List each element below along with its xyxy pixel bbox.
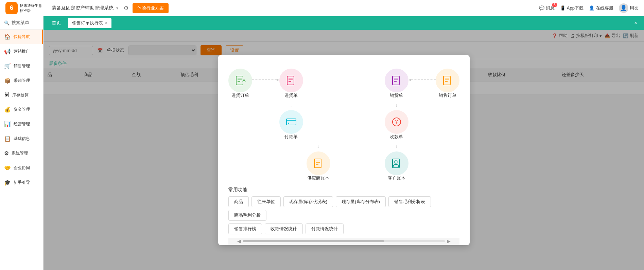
- sidebar-item-quick-nav[interactable]: 🏠 快捷导航: [0, 30, 43, 44]
- settings-icon[interactable]: ⚙: [124, 5, 128, 11]
- scroll-bar: ◀ ▶: [228, 238, 459, 245]
- try-button[interactable]: 体验行业方案: [133, 3, 169, 13]
- sales-bill-node[interactable]: 销货单: [385, 69, 408, 98]
- system-icon: ⚙: [4, 150, 9, 157]
- sidebar-item-sales[interactable]: 🛒 销售管理: [0, 59, 43, 73]
- receipt-bill-icon: ¥: [385, 110, 408, 134]
- dropdown-icon[interactable]: ▾: [116, 6, 118, 11]
- message-badge: 5: [552, 3, 557, 7]
- sidebar-item-finance[interactable]: 💰 资金管理: [0, 102, 43, 117]
- svg-rect-22: [314, 160, 315, 167]
- sidebar-item-enterprise[interactable]: 🤝 企业协同: [0, 161, 43, 175]
- message-icon: 💬: [539, 5, 544, 11]
- user-area[interactable]: 👤 用友: [619, 3, 639, 13]
- sidebar-label-enterprise: 企业协同: [14, 165, 30, 171]
- sidebar-label-system: 系统管理: [12, 150, 28, 156]
- sidebar-item-operations[interactable]: 📊 经营管理: [0, 117, 43, 131]
- svg-rect-21: [314, 159, 321, 168]
- func-btn-product[interactable]: 商品: [228, 196, 249, 207]
- sales-order-label: 销售订单: [439, 92, 456, 98]
- receipt-bill-node[interactable]: ¥ 收款单: [385, 110, 408, 140]
- search-menu-item[interactable]: 🔍 搜索菜单: [0, 16, 43, 30]
- download-icon: 📱: [560, 5, 565, 11]
- svg-rect-16: [286, 119, 296, 125]
- tab-sales-label: 销售订单执行表: [72, 20, 103, 26]
- supplier-ledger-node[interactable]: 供应商账本: [307, 151, 330, 181]
- marketing-icon: 📢: [4, 48, 11, 55]
- newbie-icon: 🎓: [4, 179, 11, 186]
- sidebar-item-inventory[interactable]: 🗄 库存核算: [0, 88, 43, 102]
- window-close-icon[interactable]: ×: [630, 20, 641, 26]
- avatar: 👤: [619, 3, 628, 13]
- basic-info-icon: 📋: [4, 136, 11, 142]
- sidebar-item-system[interactable]: ⚙ 系统管理: [0, 146, 43, 161]
- down-arrow-payment: ↓: [307, 143, 330, 150]
- func-btn-stock-status[interactable]: 现存量(库存状况表): [283, 196, 333, 207]
- sidebar-label-finance: 资金管理: [14, 107, 30, 112]
- sales-order-node[interactable]: 销售订单: [436, 69, 459, 98]
- svg-point-27: [395, 161, 397, 163]
- online-service-button[interactable]: 👤 在线客服: [589, 5, 613, 11]
- payment-bill-icon: [279, 110, 303, 134]
- sidebar-label-newbie: 新手引导: [14, 180, 30, 185]
- tab-close-icon[interactable]: ×: [105, 21, 107, 25]
- func-btn-sales-profit[interactable]: 销售毛利分析表: [388, 196, 431, 207]
- down-arrow-purchase: ↓: [279, 101, 303, 109]
- common-func-title: 常用功能: [228, 187, 459, 193]
- popup-content: 进货订单 ▶: [218, 55, 470, 245]
- sidebar-item-basic-info[interactable]: 📋 基础信息: [0, 131, 43, 146]
- purchase-order-icon: [228, 69, 252, 92]
- sidebar-item-marketing[interactable]: 📢 营销推广: [0, 44, 43, 59]
- svg-rect-4: [287, 76, 294, 85]
- tab-bar: 首页 销售订单执行表 × ×: [43, 16, 644, 30]
- scroll-right-arrow[interactable]: ▶: [445, 238, 453, 244]
- func-btn-payment-stats[interactable]: 付款情况统计: [306, 223, 344, 234]
- system-name: 装备及固定资产辅助管理系统: [52, 5, 114, 11]
- logo-area: 6 畅康通好生意 标准版: [5, 2, 49, 14]
- sidebar-label-sales: 销售管理: [14, 63, 30, 69]
- func-btn-partner[interactable]: 往来单位: [251, 196, 281, 207]
- purchase-order-node[interactable]: 进货订单: [228, 69, 252, 98]
- purchase-bill-label: 进货单: [284, 92, 298, 98]
- enterprise-icon: 🤝: [4, 165, 11, 171]
- svg-rect-12: [443, 76, 450, 85]
- search-menu-label: 搜索菜单: [12, 20, 29, 26]
- scroll-track[interactable]: [243, 240, 445, 242]
- func-btn-product-profit[interactable]: 商品毛利分析: [228, 210, 266, 221]
- logo-line1: 畅康通好生意: [20, 3, 42, 8]
- popup-overlay[interactable]: 进货订单 ▶: [43, 30, 644, 270]
- svg-rect-0: [236, 76, 243, 85]
- customer-ledger-icon: [385, 151, 408, 175]
- supplier-ledger-label: 供应商账本: [307, 175, 329, 181]
- func-btn-sales-rank[interactable]: 销售排行榜: [228, 223, 262, 234]
- scroll-left-arrow[interactable]: ◀: [235, 238, 243, 244]
- sidebar-label-inventory: 库存核算: [12, 92, 29, 98]
- scroll-thumb[interactable]: [243, 240, 384, 242]
- app-download-button[interactable]: 📱 App下载: [560, 5, 584, 11]
- svg-text:¥: ¥: [395, 119, 398, 125]
- tab-home[interactable]: 首页: [46, 17, 67, 29]
- service-icon: 👤: [589, 5, 594, 11]
- down-arrow-receipt: ↓: [385, 143, 408, 150]
- purchase-bill-node[interactable]: 进货单: [279, 69, 303, 98]
- home-icon: 🏠: [4, 34, 11, 40]
- payment-bill-label: 付款单: [284, 134, 298, 140]
- message-button[interactable]: 💬 消息 5: [539, 5, 555, 11]
- tab-sales-order[interactable]: 销售订单执行表 ×: [68, 18, 111, 28]
- inventory-icon: 🗄: [4, 92, 10, 98]
- func-btn-receipt-stats[interactable]: 收款情况统计: [265, 223, 303, 234]
- sidebar-label-basic-info: 基础信息: [14, 136, 30, 142]
- payment-bill-node[interactable]: 付款单: [279, 110, 303, 140]
- func-btn-stock-dist[interactable]: 现存量(库存分布表): [336, 196, 386, 207]
- sidebar-label-operations: 经营管理: [14, 121, 30, 127]
- app-download-label: App下载: [567, 5, 584, 11]
- sidebar-label-quick-nav: 快捷导航: [14, 34, 30, 40]
- sales-bill-icon: [385, 69, 408, 92]
- receipt-bill-label: 收款单: [390, 134, 403, 140]
- sidebar-item-purchase[interactable]: 📦 采购管理: [0, 73, 43, 88]
- customer-ledger-node[interactable]: 客户账本: [385, 151, 408, 181]
- supplier-ledger-icon: [307, 151, 330, 175]
- sidebar-label-purchase: 采购管理: [14, 78, 30, 84]
- down-arrow-sales: ↓: [385, 101, 408, 109]
- sidebar-item-newbie[interactable]: 🎓 新手引导: [0, 175, 43, 190]
